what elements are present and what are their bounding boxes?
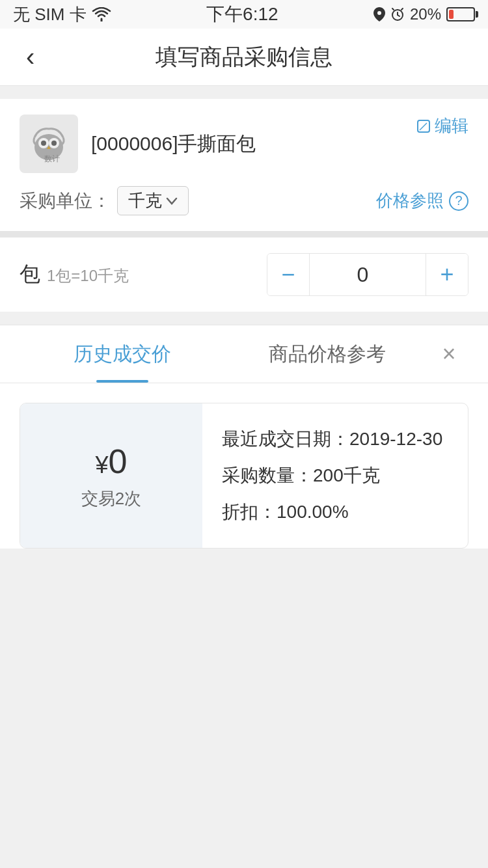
purchase-qty-label: 采购数量： [222,465,313,485]
currency-symbol: ¥ [96,452,109,478]
nav-bar: ‹ 填写商品采购信息 [0,29,488,86]
edit-button[interactable]: 编辑 [416,115,468,137]
chevron-down-icon [166,197,178,205]
svg-line-14 [420,123,427,129]
tabs-panel: 历史成交价 商品价格参考 × ¥0 交易2次 最近成交日期：2019-12-30… [0,325,488,549]
product-unit-row: 采购单位： 千克 价格参照 ? [20,186,468,215]
unit-left: 采购单位： 千克 [20,186,189,215]
recent-date-row: 最近成交日期：2019-12-30 [222,427,448,452]
svg-line-3 [398,15,400,16]
status-bar-left: 无 SIM 卡 [13,3,111,26]
quantity-row: 包 1包=10千克 − + [0,237,488,312]
tabs-header: 历史成交价 商品价格参考 × [0,325,488,383]
help-icon: ? [449,191,468,211]
product-card: 数计 [0000006]手撕面包 编辑 采购单位： 千克 [0,99,488,231]
quantity-label: 包 1包=10千克 [20,260,129,289]
discount-value: 100.00% [277,502,349,522]
status-bar: 无 SIM 卡 下午6:12 20% [0,0,488,29]
package-equiv: 1包=10千克 [47,265,129,286]
svg-line-5 [401,8,403,10]
carrier-text: 无 SIM 卡 [13,3,87,26]
quantity-input[interactable] [309,254,426,295]
svg-point-10 [51,141,57,146]
package-unit: 包 [20,260,40,289]
product-header: 数计 [0000006]手撕面包 编辑 [20,115,468,173]
edit-icon [416,119,431,133]
history-price-section: ¥0 交易2次 [20,403,202,548]
recent-date-value: 2019-12-30 [349,429,442,449]
back-button[interactable]: ‹ [20,36,41,78]
battery-icon [446,7,475,21]
product-name: [0000006]手撕面包 [91,131,256,157]
unit-select[interactable]: 千克 [117,186,189,215]
product-image: 数计 [20,115,78,173]
trade-count: 交易2次 [81,487,141,510]
discount-label: 折扣： [222,502,277,522]
product-left: 数计 [0000006]手撕面包 [20,115,256,173]
main-content: 数计 [0000006]手撕面包 编辑 采购单位： 千克 [0,99,488,868]
unit-label: 采购单位： [20,189,111,213]
svg-point-9 [41,141,46,146]
location-icon [373,7,385,21]
quantity-controls: − + [267,253,468,296]
tab-history-price[interactable]: 历史成交价 [20,325,224,383]
unit-value: 千克 [128,189,162,212]
price-value: 0 [109,442,128,480]
edit-label: 编辑 [435,115,468,137]
purchase-qty-row: 采购数量：200千克 [222,463,448,488]
quantity-decrease-button[interactable]: − [267,254,309,295]
price-ref-label: 价格参照 [376,189,444,212]
price-reference-button[interactable]: 价格参照 ? [376,189,468,212]
quantity-increase-button[interactable]: + [426,254,468,295]
divider-bar [0,231,488,237]
wifi-icon [92,7,111,21]
product-logo: 数计 [26,121,72,167]
tab1-label: 历史成交价 [74,341,171,368]
recent-date-label: 最近成交日期： [222,429,349,449]
battery-percent: 20% [410,5,441,23]
history-card: ¥0 交易2次 最近成交日期：2019-12-30 采购数量：200千克 折扣：… [20,403,468,549]
purchase-qty-value: 200千克 [313,465,380,485]
svg-line-15 [420,129,420,130]
svg-line-4 [392,8,394,10]
status-bar-right: 20% [373,5,475,23]
discount-row: 折扣：100.00% [222,500,448,524]
page-title: 填写商品采购信息 [156,42,332,72]
svg-text:数计: 数计 [44,154,60,163]
status-time: 下午6:12 [206,2,278,27]
svg-point-0 [377,11,381,15]
price-amount: ¥0 [96,442,128,481]
tab2-label: 商品价格参考 [269,341,386,368]
tabs-close-button[interactable]: × [429,325,468,383]
history-detail-section: 最近成交日期：2019-12-30 采购数量：200千克 折扣：100.00% [202,403,468,548]
tab-price-reference[interactable]: 商品价格参考 [224,325,429,383]
alarm-icon [390,7,405,21]
